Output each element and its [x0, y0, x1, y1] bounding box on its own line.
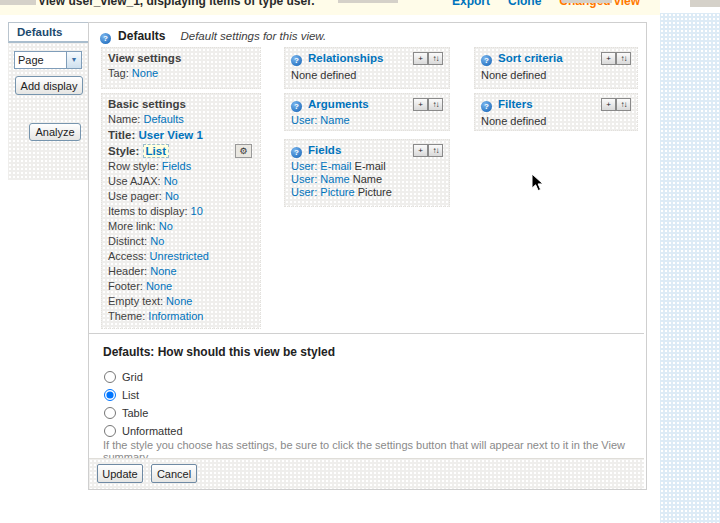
setting-row-empty-text: Empty text: None	[108, 294, 254, 309]
rearrange-button[interactable]: ↑↓	[616, 98, 631, 111]
rearrange-button[interactable]: ↑↓	[428, 98, 443, 111]
field-item-link[interactable]: User: Name	[291, 173, 350, 185]
analyze-button[interactable]: Analyze	[29, 123, 81, 141]
style-radio-unformatted[interactable]	[104, 425, 116, 437]
style-options-group: GridListTableUnformatted	[104, 367, 183, 439]
sort-criteria-buttons: +↑↓	[601, 52, 631, 65]
rearrange-button[interactable]: ↑↓	[428, 144, 443, 157]
basic-settings-title: Basic settings	[108, 98, 254, 112]
header-link-clone[interactable]: Clone	[508, 0, 541, 8]
setting-value-link[interactable]: 10	[191, 205, 203, 217]
style-radio-table[interactable]	[104, 407, 116, 419]
relationships-buttons: +↑↓	[413, 52, 443, 65]
settings-gear-icon[interactable]: ⚙	[235, 144, 252, 158]
view-title: View user_view_1, displaying items of ty…	[38, 0, 315, 8]
browser-chrome-fragment	[338, 0, 398, 3]
add-item-button[interactable]: +	[601, 98, 616, 111]
setting-value-link[interactable]: None	[146, 280, 172, 292]
tab-defaults[interactable]: Defaults	[8, 22, 89, 44]
setting-value-link[interactable]: None	[132, 67, 158, 79]
help-icon[interactable]: ?	[481, 101, 492, 112]
update-button[interactable]: Update	[97, 464, 143, 483]
setting-row-row-style: Row style: Fields	[108, 159, 254, 174]
help-icon[interactable]: ?	[291, 55, 302, 66]
arguments-title-link[interactable]: Arguments	[308, 98, 369, 110]
header-link-export[interactable]: Export	[452, 0, 490, 8]
browser-chrome-fragment	[0, 0, 36, 5]
add-item-button[interactable]: +	[413, 98, 428, 111]
add-item-button[interactable]: +	[413, 144, 428, 157]
setting-value-link[interactable]: No	[165, 190, 179, 202]
field-item-link[interactable]: User: Picture	[291, 186, 355, 198]
sort-criteria-title-link[interactable]: Sort criteria	[498, 52, 563, 64]
setting-row-distinct: Distinct: No	[108, 234, 254, 249]
browser-chrome-fragment	[562, 0, 612, 3]
filters-box: ? Filters +↑↓ None defined	[474, 93, 638, 131]
field-item: User: E-mail E-mail	[291, 160, 443, 173]
view-settings-title: View settings	[108, 52, 254, 66]
style-radio-list[interactable]	[104, 389, 116, 401]
setting-value-link[interactable]: User View 1	[138, 129, 202, 141]
display-type-select[interactable]: Page ▼	[14, 51, 82, 69]
field-item: User: Picture Picture	[291, 186, 443, 199]
rearrange-button[interactable]: ↑↓	[616, 52, 631, 65]
setting-value-link[interactable]: No	[150, 235, 164, 247]
help-icon[interactable]: ?	[291, 101, 302, 112]
filters-buttons: +↑↓	[601, 98, 631, 111]
setting-row-tag: Tag: None	[108, 66, 254, 81]
summary-heading-description: Default settings for this view.	[180, 30, 326, 42]
setting-value-link[interactable]: None	[150, 265, 176, 277]
filters-empty: None defined	[481, 114, 631, 129]
filters-title-link[interactable]: Filters	[498, 98, 533, 110]
relationships-title-link[interactable]: Relationships	[308, 52, 383, 64]
view-status-bar: View user_view_1, displaying items of ty…	[0, 0, 660, 15]
setting-row-more-link: More link: No	[108, 219, 254, 234]
help-icon[interactable]: ?	[481, 55, 492, 66]
setting-label: Items to display:	[108, 205, 191, 217]
setting-row-style: Style: List⚙	[108, 143, 254, 159]
setting-label: Access:	[108, 250, 150, 262]
add-item-button[interactable]: +	[413, 52, 428, 65]
style-radio-grid[interactable]	[104, 371, 116, 383]
browser-chrome-fragment	[690, 0, 720, 7]
setting-value-link[interactable]: List	[143, 144, 169, 158]
fields-title-link[interactable]: Fields	[308, 144, 341, 156]
cancel-button[interactable]: Cancel	[151, 464, 197, 483]
setting-value-link[interactable]: Fields	[162, 160, 191, 172]
argument-item-link[interactable]: User: Name	[291, 114, 350, 126]
view-summary-panel: ? Defaults Default settings for this vie…	[88, 22, 647, 490]
basic-settings-box: Basic settings Name: DefaultsTitle: User…	[101, 93, 261, 329]
setting-label: More link:	[108, 220, 159, 232]
setting-value-link[interactable]: Information	[148, 310, 203, 322]
chevron-down-icon[interactable]: ▼	[66, 52, 81, 68]
add-item-button[interactable]: +	[601, 52, 616, 65]
setting-value-link[interactable]: Defaults	[143, 113, 183, 125]
setting-row-items-to-display: Items to display: 10	[108, 204, 254, 219]
setting-row-footer: Footer: None	[108, 279, 254, 294]
setting-label: Title:	[108, 129, 138, 141]
help-icon[interactable]: ?	[291, 147, 302, 158]
add-display-button[interactable]: Add display	[15, 76, 83, 95]
setting-label: Use pager:	[108, 190, 165, 202]
setting-row-use-pager: Use pager: No	[108, 189, 254, 204]
sort-criteria-box: ? Sort criteria +↑↓ None defined	[474, 47, 638, 89]
setting-label: Name:	[108, 113, 143, 125]
field-item-link[interactable]: User: E-mail	[291, 160, 352, 172]
style-option-grid: Grid	[104, 367, 183, 385]
setting-value-link[interactable]: No	[164, 175, 178, 187]
view-settings-box: View settings Tag: None	[101, 47, 261, 89]
setting-row-title: Title: User View 1	[108, 127, 254, 143]
views-ui-screen: View user_view_1, displaying items of ty…	[0, 0, 720, 523]
style-option-label: List	[122, 389, 139, 401]
setting-label: Row style:	[108, 160, 162, 172]
setting-label: Tag:	[108, 67, 132, 79]
rearrange-button[interactable]: ↑↓	[428, 52, 443, 65]
style-option-label: Table	[122, 407, 148, 419]
setting-value-link[interactable]: No	[159, 220, 173, 232]
setting-value-link[interactable]: Unrestricted	[150, 250, 209, 262]
help-icon[interactable]: ?	[100, 33, 111, 44]
field-item-label: Name	[350, 173, 382, 185]
sort-criteria-empty: None defined	[481, 68, 631, 83]
form-actions: Update Cancel	[89, 458, 644, 489]
setting-value-link[interactable]: None	[166, 295, 192, 307]
